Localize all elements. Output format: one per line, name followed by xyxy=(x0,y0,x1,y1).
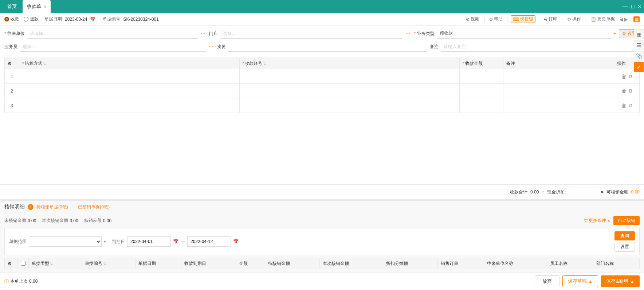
row-num-3: 3 xyxy=(5,98,19,113)
cell-account-3[interactable] xyxy=(239,98,460,113)
layout-icons: ≡ ▦ xyxy=(630,16,640,22)
range-select[interactable] xyxy=(29,236,102,247)
footer-info-icon[interactable]: ⓘ xyxy=(4,278,9,285)
filter-icon: ▽ xyxy=(584,218,588,223)
discount-label: 现金折扣: xyxy=(547,189,566,195)
delete-icon-3[interactable]: 🗑 xyxy=(621,103,627,109)
th-gear[interactable]: ⚙ xyxy=(5,58,19,69)
shortcut-btn[interactable]: ⌨ 快捷键 xyxy=(511,15,535,23)
verification-tabs: 待核销单据(0笔) | 已核销单据(0笔) xyxy=(36,204,110,210)
note-label: 备注 xyxy=(430,44,439,50)
video-icon: ⊙ xyxy=(466,17,470,22)
layout-list-icon[interactable]: ≡ xyxy=(630,16,633,22)
cell-settlement-3[interactable] xyxy=(19,98,240,113)
side-tool-attachment[interactable]: 📎 xyxy=(634,51,644,61)
operation-icon: ⚙ xyxy=(567,17,571,22)
table-section: ⚙ * 结算方式 ⇅ * 收款账号 xyxy=(0,58,644,184)
layout-grid-icon[interactable]: ▦ xyxy=(633,16,640,22)
store-label: 门店 xyxy=(209,31,218,37)
form-section: * 往来单位 ··· 门店 ··· * 业务类型 ▾ ⚙ 设置 xyxy=(0,26,644,58)
uncancelled-stat: 未核销金额 0.00 xyxy=(4,218,36,224)
main-container: 收款 退款 单据日期 2023-03-24 📅 单据编号 SK-20230324… xyxy=(0,13,644,290)
cell-amount-3[interactable] xyxy=(460,98,503,113)
copy-icon-1[interactable]: ⧉ xyxy=(629,73,632,79)
note-input[interactable] xyxy=(441,42,640,52)
query-btn[interactable]: 查询 xyxy=(614,231,635,240)
cell-note-2[interactable] xyxy=(503,84,614,98)
note-field: 备注 xyxy=(430,42,640,52)
cell-settlement-1[interactable] xyxy=(19,69,240,84)
calendar-from-icon[interactable]: 📅 xyxy=(173,239,178,244)
cell-settlement-2[interactable] xyxy=(19,84,240,98)
radio-refund[interactable]: 退款 xyxy=(24,16,39,22)
tab-close-icon[interactable]: × xyxy=(43,4,46,9)
business-type-input[interactable] xyxy=(437,28,612,39)
due-date-from-input[interactable] xyxy=(127,236,171,247)
abandon-btn[interactable]: 放弃 xyxy=(535,275,559,287)
equals-sign: = xyxy=(601,189,604,195)
summary-label: 摘要 xyxy=(217,44,226,50)
bth-counterpart: 往来单位名称 xyxy=(484,258,547,269)
cell-account-1[interactable] xyxy=(239,69,460,84)
nav-right-icon[interactable]: ▶ xyxy=(624,16,628,22)
salesperson-more-icon[interactable]: ··· xyxy=(208,43,214,50)
filter-settings-btn[interactable]: 设置 xyxy=(614,242,635,252)
side-tool-list[interactable]: ☰ xyxy=(634,40,644,50)
bth-discount: 折扣分摊额 xyxy=(383,258,438,269)
store-input[interactable] xyxy=(220,28,402,39)
doc-number-label: 单据编号 xyxy=(103,16,120,22)
pending-tab[interactable]: 待核销单据(0笔) xyxy=(36,204,68,210)
help-btn[interactable]: ⊙ 帮助 xyxy=(487,15,505,23)
filter-actions: ▽ 更多条件 ∧ 自动核销 xyxy=(584,216,640,225)
salesperson-input[interactable] xyxy=(20,42,206,52)
calendar-icon[interactable]: 📅 xyxy=(90,17,95,22)
summary-input[interactable] xyxy=(228,42,427,52)
minimize-icon[interactable]: — xyxy=(623,3,628,10)
due-date-label: 到期日 xyxy=(112,239,125,245)
verifiable-value: 0.00 xyxy=(631,189,640,195)
video-btn[interactable]: ⊙ 视频 xyxy=(464,15,482,23)
cell-amount-2[interactable] xyxy=(460,84,503,98)
save-new-btn[interactable]: 保存&新增 ▲ xyxy=(601,275,640,287)
discount-input[interactable] xyxy=(569,188,598,196)
toolbar-actions: ⊙ 视频 | ⊙ 帮助 | ⌨ 快捷键 | 🖨 打印 | xyxy=(464,15,640,23)
tab-active[interactable]: 收款单 × xyxy=(23,0,51,13)
close-icon[interactable]: × xyxy=(638,3,641,10)
counterpart-more-icon[interactable]: ··· xyxy=(200,30,206,37)
copy-icon-2[interactable]: ⧉ xyxy=(629,88,632,94)
bth-gear[interactable]: ⚙ xyxy=(5,258,18,269)
operation-btn[interactable]: ⚙ 操作 xyxy=(565,15,583,23)
delete-icon-2[interactable]: 🗑 xyxy=(621,88,627,94)
calendar-to-icon[interactable]: 📅 xyxy=(233,239,239,244)
due-date-to-input[interactable] xyxy=(187,236,231,247)
auto-cancel-btn[interactable]: 自动核销 xyxy=(613,216,640,225)
counterpart-input[interactable] xyxy=(27,28,198,39)
save-draft-btn[interactable]: 保存草稿 ▲ xyxy=(562,275,598,287)
chevron-up-icon: ∧ xyxy=(607,218,610,223)
diff-stat: 核销差额 0.00 xyxy=(84,218,111,224)
delete-icon-1[interactable]: 🗑 xyxy=(621,74,627,79)
info-icon[interactable]: i xyxy=(28,204,34,210)
cell-ops-2: 🗑 ⧉ xyxy=(614,84,640,98)
more-conditions-btn[interactable]: ▽ 更多条件 ∧ xyxy=(584,218,610,224)
cell-note-1[interactable] xyxy=(503,69,614,84)
side-tool-table[interactable]: ▦ xyxy=(634,29,644,39)
print-btn[interactable]: 🖨 打印 xyxy=(541,15,559,23)
store-more-icon[interactable]: ··· xyxy=(405,30,411,37)
stats-row: 未核销金额 0.00 本次核销金额 0.00 核销差额 0.00 ▽ 更多条件 … xyxy=(4,213,640,228)
maximize-icon[interactable]: □ xyxy=(631,3,635,10)
nav-left-icon[interactable]: ◀ xyxy=(619,16,623,22)
verifiable-label: 可核销金额 xyxy=(606,189,628,195)
bth-checkbox[interactable] xyxy=(18,258,29,269)
radio-receive[interactable]: 收款 xyxy=(4,16,19,22)
store-field: 门店 ··· xyxy=(209,28,411,39)
copy-icon-3[interactable]: ⧉ xyxy=(629,102,632,109)
history-btn[interactable]: 📋 历史单据 xyxy=(589,15,617,23)
completed-tab[interactable]: 已核销单据(0笔) xyxy=(78,204,110,210)
cell-account-2[interactable] xyxy=(239,84,460,98)
cell-amount-1[interactable] xyxy=(460,69,503,84)
side-tool-expand[interactable]: ⤢ xyxy=(634,62,644,72)
tab-home[interactable]: 首页 xyxy=(3,0,21,13)
business-type-dropdown-icon[interactable]: ▾ xyxy=(614,31,616,36)
cell-note-3[interactable] xyxy=(503,98,614,113)
